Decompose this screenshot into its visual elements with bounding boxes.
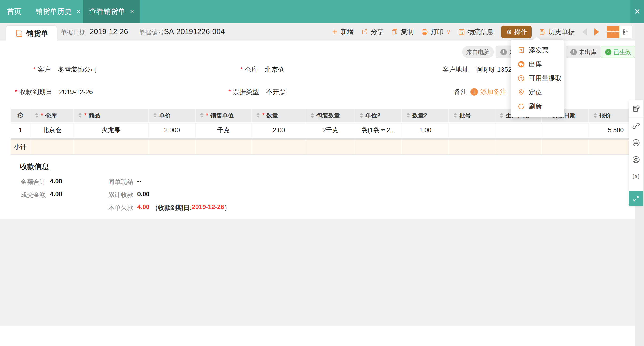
cell-product[interactable]: 火龙果 [74, 122, 149, 138]
required-mark: * [15, 88, 18, 96]
expand-icon [632, 195, 640, 203]
add-remark-label: 添加备注 [480, 87, 506, 96]
subtotal-label: 小计 [10, 140, 30, 154]
share-button[interactable]: 分享 [361, 28, 384, 36]
source-badge-label: 来自电脑 [466, 48, 490, 56]
debt-button[interactable]: 欠 [629, 151, 643, 168]
add-remark-button[interactable]: + 添加备注 [470, 87, 506, 96]
subtotal-row: 小计 [10, 140, 630, 154]
tab-sales-history[interactable]: 销货单历史 × [33, 0, 83, 23]
number-value: SA-20191226-004 [164, 27, 225, 36]
sort-icon[interactable] [406, 113, 410, 118]
header-product[interactable]: *商品 [74, 109, 149, 122]
invoice-type-field[interactable]: * 票据类型 不开票 [228, 87, 286, 96]
menu-item-locate[interactable]: 定位 [510, 85, 564, 99]
cell-prod-date[interactable] [495, 122, 542, 138]
cell-quantity[interactable]: 2.00 [252, 122, 306, 138]
page-next-icon[interactable] [594, 28, 599, 35]
cell-exp-date[interactable] [542, 122, 589, 138]
header-unit2[interactable]: 单位2 [355, 109, 402, 122]
cell-warehouse[interactable]: 北京仓 [30, 122, 74, 138]
transfer-icon [632, 139, 640, 147]
header-warehouse[interactable]: *仓库 [30, 109, 74, 122]
link-button[interactable] [629, 117, 643, 134]
sort-icon[interactable] [78, 113, 82, 118]
total-amount-value: 4.00 [50, 178, 62, 185]
link-icon [632, 122, 640, 130]
warehouse-field[interactable]: * 仓库 北京仓 [240, 65, 284, 74]
cell-batch[interactable] [449, 122, 495, 138]
transfer-button[interactable] [629, 134, 643, 151]
sort-icon[interactable] [154, 113, 157, 118]
copy-button[interactable]: 复制 [391, 28, 414, 36]
cell-unit2[interactable]: 袋(1袋 ≈ 2... [355, 122, 402, 138]
header-pack-qty[interactable]: 包装数量 [306, 109, 355, 122]
copy-label: 复制 [400, 28, 414, 36]
invoice-type-value[interactable]: 不开票 [266, 87, 286, 96]
sort-icon[interactable] [35, 113, 38, 118]
sort-icon[interactable] [200, 113, 204, 118]
date-value[interactable]: 2019-12-26 [90, 27, 128, 36]
list-view-button[interactable] [607, 26, 620, 38]
print-button[interactable]: 打印 ∨ [421, 28, 450, 36]
browser-tab-bar: 首页 销货单历史 × 查看销货单 × × [0, 0, 644, 23]
warehouse-value[interactable]: 北京仓 [265, 65, 284, 74]
menu-item-availability[interactable]: 可用量提取 [510, 71, 564, 85]
window-close-button[interactable]: × [630, 0, 644, 23]
due-date-value[interactable]: 2019-12-26 [59, 88, 93, 96]
chevron-down-icon[interactable]: ∨ [446, 29, 450, 35]
header-sale-unit[interactable]: *销售单位 [196, 109, 252, 122]
quick-tools-sidebar: 欠 ¥ [629, 100, 643, 206]
due-date-field[interactable]: * 收款到期日 2019-12-26 [15, 87, 93, 96]
outbound-truck-icon [518, 61, 525, 68]
tab-close-icon[interactable]: × [76, 8, 80, 16]
tab-view-sales-order[interactable]: 查看销货单 × [83, 0, 140, 23]
plus-circle-icon: + [470, 88, 478, 96]
cell-unit-price[interactable]: 2.000 [149, 122, 196, 138]
header-unit-price[interactable]: 单价 [149, 109, 196, 122]
customer-value[interactable]: 冬雪装饰公司 [58, 65, 97, 74]
logistics-icon [458, 28, 465, 35]
header-quantity[interactable]: *数量 [252, 109, 306, 122]
logistics-label: 物流信息 [468, 28, 494, 36]
sort-icon[interactable] [256, 113, 260, 118]
page-prev-icon[interactable] [582, 28, 587, 35]
header-batch[interactable]: 批号 [449, 109, 495, 122]
invoice-icon [518, 47, 525, 54]
sort-icon[interactable] [500, 113, 503, 118]
logistics-button[interactable]: 物流信息 [458, 28, 494, 36]
doc-log-button[interactable] [629, 100, 643, 117]
customer-field[interactable]: * 客户 冬雪装饰公司 [33, 65, 97, 74]
table-row[interactable]: 1 北京仓 火龙果 2.000 千克 2.00 2千克 袋(1袋 ≈ 2... … [10, 122, 630, 138]
horizontal-scrollbar[interactable] [10, 138, 630, 140]
sort-icon[interactable] [594, 113, 597, 118]
history-docs-button[interactable]: 历史单据 [539, 28, 575, 36]
price-button[interactable]: ¥ [629, 168, 643, 185]
tab-close-icon[interactable]: × [130, 8, 134, 16]
menu-item-refresh[interactable]: 刷新 [510, 99, 564, 114]
sort-icon[interactable] [454, 113, 457, 118]
header-quote[interactable]: 报价 [589, 109, 630, 122]
menu-item-add-invoice[interactable]: 添发票 [510, 43, 564, 57]
menu-item-label: 定位 [529, 88, 542, 97]
remark-field: 备注 + 添加备注 [454, 87, 506, 96]
cell-quote[interactable]: 5.500 [589, 122, 630, 138]
expand-button[interactable] [629, 191, 643, 206]
effective-badge-label: 已生效 [614, 48, 631, 56]
sort-icon[interactable] [360, 113, 363, 118]
actions-label: 操作 [514, 28, 528, 36]
doc-type-tab[interactable]: 销货单 [6, 26, 57, 41]
header-qty2[interactable]: 数量2 [402, 109, 449, 122]
column-settings-button[interactable]: ⚙ [10, 109, 30, 122]
add-button[interactable]: 新增 [332, 28, 354, 36]
actions-button[interactable]: 操作 [501, 26, 532, 38]
cell-qty2[interactable]: 1.00 [402, 122, 449, 138]
card-view-button[interactable] [620, 26, 632, 38]
add-label: 新增 [340, 28, 354, 36]
tab-home[interactable]: 首页 [0, 0, 28, 23]
cell-pack-qty[interactable]: 2千克 [306, 122, 355, 138]
menu-item-outbound[interactable]: 出库 [510, 57, 564, 71]
history-docs-label: 历史单据 [548, 28, 575, 36]
sort-icon[interactable] [311, 113, 314, 118]
cell-sale-unit[interactable]: 千克 [196, 122, 252, 138]
